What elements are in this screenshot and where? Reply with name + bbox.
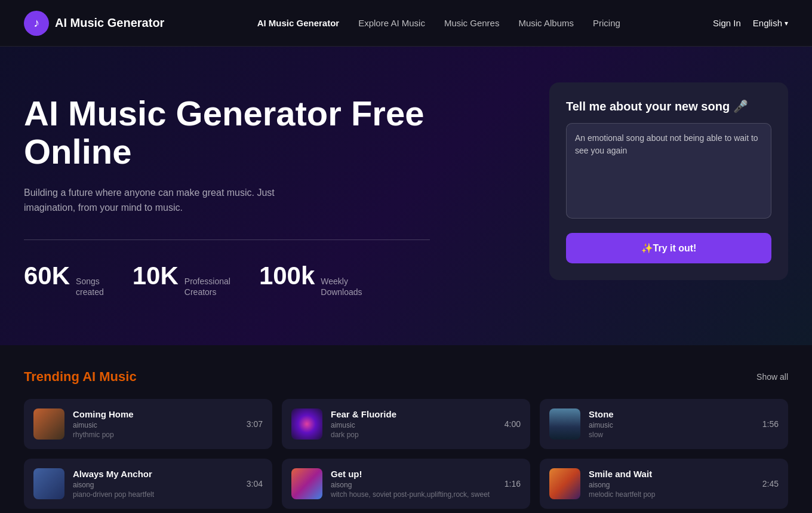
music-card[interactable]: Coming Home aimusic rhythmic pop 3:07 [24, 399, 272, 449]
music-meta: Always My Anchor aisong piano-driven pop… [73, 469, 154, 499]
show-all-button[interactable]: Show all [756, 372, 788, 382]
hero-section: AI Music Generator Free Online Building … [0, 47, 812, 345]
music-meta: Smile and Wait aisong melodic heartfelt … [589, 469, 655, 499]
music-info: Fear & Fluoride aimusic dark pop [291, 408, 396, 440]
music-genre: piano-driven pop heartfelt [73, 490, 154, 499]
music-meta: Get up! aisong witch house, soviet post-… [331, 469, 490, 499]
hero-stats: 60K Songscreated 10K ProfessionalCreator… [24, 262, 430, 297]
brand-logo-icon: ♪ [24, 11, 49, 36]
music-meta: Coming Home aimusic rhythmic pop [73, 409, 134, 439]
hero-left: AI Music Generator Free Online Building … [24, 82, 430, 297]
music-duration: 1:56 [762, 419, 779, 429]
music-card[interactable]: Fear & Fluoride aimusic dark pop 4:00 [282, 399, 530, 449]
music-duration: 4:00 [505, 419, 521, 429]
music-thumbnail [549, 468, 580, 499]
trending-header: Trending AI Music Show all [24, 369, 788, 385]
music-genre: dark pop [331, 431, 396, 439]
card-title: Tell me about your new song 🎤 [566, 99, 771, 113]
music-info: Smile and Wait aisong melodic heartfelt … [549, 468, 655, 499]
nav-ai-music-generator[interactable]: AI Music Generator [257, 18, 340, 28]
music-grid: Coming Home aimusic rhythmic pop 3:07 Fe… [24, 399, 788, 509]
music-note-icon: ♪ [33, 16, 39, 30]
brand-name: AI Music Generator [55, 16, 164, 30]
stat-downloads: 100k WeeklyDownloads [259, 262, 362, 297]
music-info: Get up! aisong witch house, soviet post-… [291, 468, 490, 499]
music-name: Always My Anchor [73, 469, 154, 479]
music-meta: Fear & Fluoride aimusic dark pop [331, 409, 396, 439]
nav-music-albums[interactable]: Music Albums [518, 18, 574, 28]
music-genre: melodic heartfelt pop [589, 490, 655, 499]
stat-songs-number: 60K [24, 262, 70, 290]
music-meta: Stone aimusic slow [589, 409, 614, 439]
nav-right: Sign In English ▾ [713, 18, 788, 28]
music-info: Coming Home aimusic rhythmic pop [33, 408, 134, 440]
music-card[interactable]: Smile and Wait aisong melodic heartfelt … [540, 459, 788, 509]
stat-downloads-label: WeeklyDownloads [321, 276, 362, 297]
music-thumbnail [291, 468, 322, 499]
navbar: ♪ AI Music Generator AI Music Generator … [0, 0, 812, 47]
music-thumbnail [549, 408, 580, 440]
music-thumbnail [33, 468, 64, 499]
song-description-input[interactable]: An emotional song about not being able t… [566, 123, 771, 219]
sign-in-button[interactable]: Sign In [713, 18, 741, 28]
music-creator: aimusic [331, 421, 396, 429]
song-prompt-card: Tell me about your new song 🎤 An emotion… [549, 82, 788, 280]
hero-divider [24, 239, 430, 240]
music-name: Fear & Fluoride [331, 409, 396, 419]
music-name: Coming Home [73, 409, 134, 419]
music-card[interactable]: Get up! aisong witch house, soviet post-… [282, 459, 530, 509]
nav-music-genres[interactable]: Music Genres [444, 18, 500, 28]
music-duration: 3:07 [247, 419, 263, 429]
music-creator: aimusic [589, 421, 614, 429]
stat-songs: 60K Songscreated [24, 262, 104, 297]
stat-creators-label: ProfessionalCreators [184, 276, 230, 297]
music-genre: witch house, soviet post-punk,uplifting,… [331, 490, 490, 499]
stat-creators: 10K ProfessionalCreators [133, 262, 230, 297]
music-info: Always My Anchor aisong piano-driven pop… [33, 468, 154, 499]
music-thumbnail [33, 408, 64, 440]
stat-songs-label: Songscreated [76, 276, 104, 297]
brand[interactable]: ♪ AI Music Generator [24, 11, 164, 36]
nav-pricing[interactable]: Pricing [593, 18, 620, 28]
music-genre: rhythmic pop [73, 431, 134, 439]
music-card[interactable]: Stone aimusic slow 1:56 [540, 399, 788, 449]
music-thumbnail [291, 408, 322, 440]
nav-explore-ai-music[interactable]: Explore AI Music [358, 18, 425, 28]
nav-links: AI Music Generator Explore AI Music Musi… [257, 18, 620, 28]
music-creator: aisong [589, 481, 655, 489]
music-genre: slow [589, 431, 614, 439]
trending-section: Trending AI Music Show all Coming Home a… [0, 345, 812, 513]
music-duration: 3:04 [247, 479, 263, 489]
trending-title: Trending AI Music [24, 369, 137, 385]
music-duration: 1:16 [505, 479, 521, 489]
hero-title: AI Music Generator Free Online [24, 94, 430, 171]
try-it-out-button[interactable]: ✨Try it out! [566, 233, 771, 263]
music-name: Get up! [331, 469, 490, 479]
music-creator: aisong [331, 481, 490, 489]
music-info: Stone aimusic slow [549, 408, 614, 440]
music-duration: 2:45 [762, 479, 779, 489]
music-name: Smile and Wait [589, 469, 655, 479]
stat-downloads-number: 100k [259, 262, 315, 290]
hero-subtitle: Building a future where anyone can make … [24, 185, 310, 216]
stat-creators-number: 10K [133, 262, 179, 290]
music-creator: aimusic [73, 421, 134, 429]
music-name: Stone [589, 409, 614, 419]
music-creator: aisong [73, 481, 154, 489]
music-card[interactable]: Always My Anchor aisong piano-driven pop… [24, 459, 272, 509]
chevron-down-icon: ▾ [785, 19, 788, 27]
language-label: English [753, 18, 782, 28]
language-selector[interactable]: English ▾ [753, 18, 788, 28]
